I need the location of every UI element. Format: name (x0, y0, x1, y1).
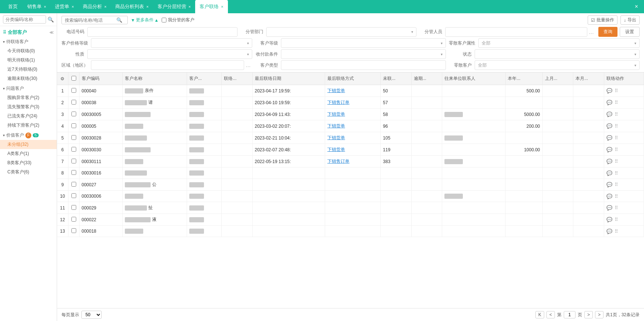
first-page-button[interactable]: K (535, 311, 544, 318)
close-purchase-order-icon[interactable]: × (71, 4, 74, 9)
row-checkbox[interactable] (71, 112, 76, 116)
cell-checkbox[interactable] (68, 167, 79, 179)
close-segments-icon[interactable]: × (189, 4, 191, 9)
customer-search-icon[interactable]: 🔍 (116, 17, 122, 23)
row-checkbox[interactable] (71, 217, 76, 222)
chat-icon[interactable]: 💬 (606, 112, 612, 117)
row-checkbox[interactable] (71, 147, 76, 152)
batch-ops-button[interactable]: ☑ 批量操作 (588, 15, 617, 25)
chat-icon[interactable]: 💬 (606, 205, 612, 211)
prev-page-button[interactable]: < (546, 311, 555, 318)
query-button[interactable]: 查询 (598, 27, 617, 37)
tab-customer-segments[interactable]: 客户分层经营 × (153, 0, 195, 13)
sidebar-item-7days-contact[interactable]: 近7天待联络(0) (0, 65, 57, 74)
sidebar-item-tomorrow-contact[interactable]: 明天待联络(1) (0, 56, 57, 65)
method-link[interactable]: 下销货单 (327, 135, 345, 140)
row-checkbox[interactable] (71, 170, 76, 175)
grid-action-icon[interactable]: ⠿ (615, 112, 618, 117)
chat-icon[interactable]: 💬 (606, 194, 612, 199)
page-number-input[interactable] (564, 311, 576, 318)
staff-more-icon[interactable]: … (587, 29, 595, 35)
cell-checkbox[interactable] (68, 179, 79, 191)
grid-action-icon[interactable]: ⠿ (615, 170, 618, 176)
tab-product-analysis[interactable]: 商品分析 × (78, 0, 111, 13)
chat-icon[interactable]: 💬 (606, 100, 612, 105)
chat-icon[interactable]: 💬 (606, 217, 612, 222)
grid-action-icon[interactable]: ⠿ (615, 100, 618, 105)
window-close-icon[interactable]: × (632, 3, 641, 10)
chat-icon[interactable]: 💬 (606, 159, 612, 164)
my-customers-checkbox-area[interactable]: 我分管的客户 (162, 17, 194, 23)
chat-icon[interactable]: 💬 (606, 88, 612, 94)
page-size-select[interactable]: 50 100 200 (81, 311, 102, 319)
tab-purchase-order[interactable]: 进货单 × (50, 0, 78, 13)
row-checkbox[interactable] (71, 100, 76, 105)
reset-button[interactable]: 设置 (620, 27, 640, 37)
cell-checkbox[interactable] (68, 191, 79, 202)
sidebar-item-class-b[interactable]: B类客户(33) (0, 158, 57, 167)
more-conditions-button[interactable]: ▼ 更多条件 ▲ (131, 17, 159, 23)
my-customers-checkbox[interactable] (162, 18, 166, 22)
cell-checkbox[interactable] (68, 156, 79, 167)
row-checkbox[interactable] (71, 228, 76, 233)
grid-action-icon[interactable]: ⠿ (615, 159, 618, 164)
customer-type-select[interactable] (281, 60, 446, 70)
retail-customer-select[interactable]: 全部 ▾ (475, 60, 640, 70)
cell-checkbox[interactable] (68, 120, 79, 132)
status-select[interactable]: ▾ (475, 49, 640, 59)
settings-icon[interactable]: ⚙ (60, 76, 64, 81)
region-more-icon[interactable]: … (244, 62, 252, 68)
tab-sales-order[interactable]: 销售单 × (23, 0, 50, 13)
close-contact-icon[interactable]: × (221, 4, 223, 9)
pending-contact-group-title[interactable]: ▾ 待联络客户 (0, 37, 57, 46)
method-link[interactable]: 下销货单 (327, 88, 345, 93)
sidebar-item-abnormal-purchase[interactable]: 囤购异常客户(2) (0, 93, 57, 102)
row-checkbox[interactable] (71, 193, 76, 198)
cell-checkbox[interactable] (68, 97, 79, 109)
chat-icon[interactable]: 💬 (606, 123, 612, 129)
category-search-input[interactable] (3, 15, 46, 24)
retail-attr-select[interactable]: 全部 ▾ (478, 38, 640, 48)
region-input[interactable] (94, 63, 241, 68)
method-link[interactable]: 下销售订单 (327, 100, 349, 105)
cell-checkbox[interactable] (68, 85, 79, 97)
home-tab[interactable]: 首页 (3, 3, 23, 10)
next-page-button[interactable]: > (584, 311, 593, 318)
close-product-analysis-icon[interactable]: × (104, 4, 106, 9)
problem-customers-group-title[interactable]: ▾ 问题客户 (0, 84, 57, 93)
method-link[interactable]: 下销货单 (327, 112, 345, 117)
phone-input-wrap[interactable] (87, 27, 237, 37)
sidebar-item-ungrouped[interactable]: 未分组(32) (0, 140, 57, 149)
cell-checkbox[interactable] (68, 144, 79, 156)
row-checkbox[interactable] (71, 205, 76, 210)
dept-select[interactable]: ▾ (266, 27, 416, 37)
method-link[interactable]: 下销货单 (327, 123, 345, 128)
select-all-checkbox[interactable] (71, 76, 76, 81)
sidebar-item-class-c[interactable]: C类客户(6) (0, 167, 57, 177)
cell-checkbox[interactable] (68, 226, 79, 237)
nature-select[interactable]: ▾ (87, 49, 252, 59)
row-checkbox[interactable] (71, 88, 76, 93)
close-sales-order-icon[interactable]: × (44, 4, 46, 9)
row-checkbox[interactable] (71, 123, 76, 128)
close-product-list-icon[interactable]: × (146, 4, 148, 9)
row-checkbox[interactable] (71, 135, 76, 140)
grid-action-icon[interactable]: ⠿ (615, 135, 618, 141)
sidebar-item-churn-warning[interactable]: 流失预警客户(3) (0, 102, 57, 112)
grid-action-icon[interactable]: ⠿ (615, 182, 618, 187)
payment-select[interactable]: ▾ (281, 49, 446, 59)
grid-action-icon[interactable]: ⠿ (615, 88, 618, 94)
customer-level-select[interactable]: ▾ (281, 38, 446, 48)
staff-select[interactable] (445, 27, 587, 37)
category-search-icon[interactable]: 🔍 (47, 17, 54, 22)
value-customers-group-title[interactable]: ▾ 价值客户 F ↻ (0, 131, 57, 140)
cell-checkbox[interactable] (68, 202, 79, 214)
cell-checkbox[interactable] (68, 132, 79, 144)
last-page-button[interactable]: > (595, 311, 603, 318)
chat-icon[interactable]: 💬 (606, 170, 612, 176)
sidebar-item-overdue-contact[interactable]: 逾期未联络(30) (0, 74, 57, 83)
region-input-wrap[interactable] (91, 60, 244, 70)
price-level-select[interactable]: ▾ (91, 38, 252, 48)
row-checkbox[interactable] (71, 159, 76, 163)
method-link[interactable]: 下销货单 (327, 147, 345, 152)
